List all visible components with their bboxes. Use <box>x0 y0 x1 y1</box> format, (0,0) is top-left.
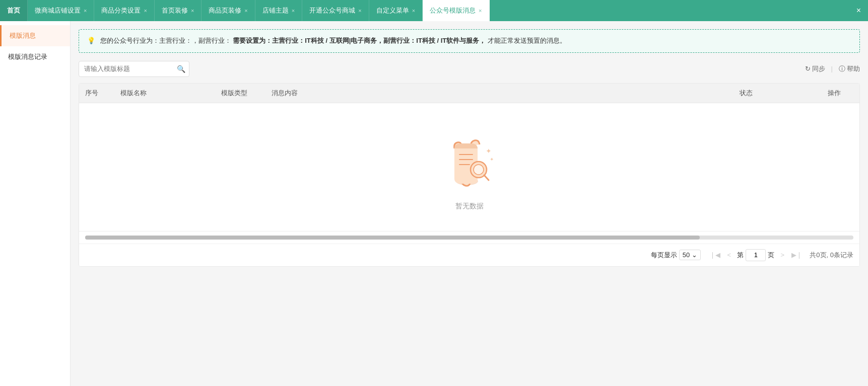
toolbar-right: ↻ 同步 | ⓘ 帮助 <box>805 64 860 73</box>
empty-state: ✦ ✦ 暂无数据 <box>79 103 859 231</box>
nav-tab-custommenu-label: 自定义菜单 <box>376 6 409 15</box>
page-size-value: 50 <box>683 251 690 259</box>
prev-page-button[interactable]: < <box>723 249 735 261</box>
global-close-button[interactable]: × <box>849 6 868 15</box>
nav-tab-openstore-label: 开通公众号商城 <box>309 6 355 15</box>
nav-tab-product-label: 商品页装修 <box>209 6 241 15</box>
empty-icon: ✦ ✦ <box>439 133 500 194</box>
svg-point-5 <box>474 165 484 175</box>
notice-highlight: 需要设置为：主营行业：IT科技 / 互联网|电子商务，副营行业：IT科技 / I… <box>233 37 486 44</box>
empty-text: 暂无数据 <box>455 202 484 211</box>
nav-tab-wshop-close[interactable]: × <box>84 8 87 14</box>
nav-tab-home-label: 首页 <box>7 6 20 15</box>
col-header-action: 操作 <box>809 84 859 103</box>
nav-tab-category[interactable]: 商品分类设置 × <box>94 0 154 21</box>
nav-tab-wshop-label: 微商城店铺设置 <box>35 6 81 15</box>
nav-tab-custommenu[interactable]: 自定义菜单 × <box>369 0 423 21</box>
help-button[interactable]: ⓘ 帮助 <box>839 64 860 73</box>
nav-tab-homepage-close[interactable]: × <box>191 8 194 14</box>
svg-line-6 <box>484 175 489 180</box>
search-input-wrap: 🔍 <box>79 61 189 77</box>
nav-tab-templatemsg[interactable]: 公众号模版消息 × <box>423 0 489 21</box>
sidebar: 模版消息 模版消息记录 <box>0 21 71 386</box>
sidebar-item-template-record-label: 模版消息记录 <box>8 53 47 60</box>
nav-tab-product[interactable]: 商品页装修 × <box>202 0 255 21</box>
nav-tab-templatemsg-close[interactable]: × <box>479 8 482 14</box>
page-size-label: 每页显示 <box>651 251 677 260</box>
notice-suffix: 才能正常发送预置的消息。 <box>488 37 566 44</box>
scroll-bar-area <box>79 231 859 244</box>
page-nav: ❘◀ < 第 页 > ▶❘ <box>709 249 803 261</box>
main-layout: 模版消息 模版消息记录 💡 您的公众号行业为：主营行业：，副营行业： 需要设置为… <box>0 21 868 386</box>
sidebar-item-template-label: 模版消息 <box>10 32 36 39</box>
pagination: 每页显示 50 ⌄ ❘◀ < 第 页 > ▶❘ 共0页, 0条记录 <box>79 244 859 266</box>
nav-tab-homepage[interactable]: 首页装修 × <box>155 0 202 21</box>
nav-tab-custommenu-close[interactable]: × <box>412 8 415 14</box>
page-size-dropdown[interactable]: 50 ⌄ <box>679 250 701 260</box>
nav-tab-category-close[interactable]: × <box>144 8 147 14</box>
nav-tab-templatemsg-label: 公众号模版消息 <box>430 6 476 15</box>
last-page-button[interactable]: ▶❘ <box>790 249 803 261</box>
next-page-button[interactable]: > <box>776 249 788 261</box>
nav-tab-theme[interactable]: 店铺主题 × <box>255 0 302 21</box>
help-icon: ⓘ <box>839 64 845 73</box>
col-header-seq: 序号 <box>79 84 114 103</box>
nav-tab-category-label: 商品分类设置 <box>101 6 141 15</box>
col-header-name: 模版名称 <box>114 84 215 103</box>
nav-tab-openstore[interactable]: 开通公众号商城 × <box>302 0 369 21</box>
data-table: 序号 模版名称 模版类型 消息内容 状态 操作 <box>79 83 860 267</box>
sidebar-item-template[interactable]: 模版消息 <box>0 25 70 46</box>
search-icon[interactable]: 🔍 <box>177 65 185 73</box>
content-area: 💡 您的公众号行业为：主营行业：，副营行业： 需要设置为：主营行业：IT科技 /… <box>71 21 868 386</box>
nav-tab-wshop[interactable]: 微商城店铺设置 × <box>28 0 94 21</box>
nav-tab-openstore-close[interactable]: × <box>358 8 361 14</box>
sync-button[interactable]: ↻ 同步 <box>805 64 825 73</box>
first-page-button[interactable]: ❘◀ <box>709 249 721 261</box>
sync-icon: ↻ <box>805 65 811 72</box>
table-header: 序号 模版名称 模版类型 消息内容 状态 操作 <box>79 84 859 103</box>
sync-label: 同步 <box>812 64 825 73</box>
col-header-status: 状态 <box>733 84 809 103</box>
search-input[interactable] <box>79 61 189 77</box>
total-info: 共0页, 0条记录 <box>810 251 853 260</box>
help-label: 帮助 <box>847 64 860 73</box>
svg-text:✦: ✦ <box>490 157 494 162</box>
page-size-select: 每页显示 50 ⌄ <box>651 250 701 260</box>
nav-tab-homepage-label: 首页装修 <box>162 6 188 15</box>
col-header-content: 消息内容 <box>265 84 733 103</box>
page-suffix: 页 <box>768 251 774 260</box>
sidebar-item-template-record[interactable]: 模版消息记录 <box>0 46 70 67</box>
nav-tab-product-close[interactable]: × <box>244 8 247 14</box>
bulb-icon: 💡 <box>87 37 95 44</box>
nav-tab-theme-label: 店铺主题 <box>262 6 289 15</box>
fake-scrollbar[interactable] <box>85 236 853 240</box>
nav-tab-home[interactable]: 首页 <box>0 0 28 21</box>
top-nav: 首页 微商城店铺设置 × 商品分类设置 × 首页装修 × 商品页装修 × 店铺主… <box>0 0 868 21</box>
scrollbar-thumb <box>85 236 700 240</box>
page-label: 第 <box>737 251 744 260</box>
dropdown-icon: ⌄ <box>692 251 697 259</box>
nav-tab-theme-close[interactable]: × <box>292 8 295 14</box>
notice-box: 💡 您的公众号行业为：主营行业：，副营行业： 需要设置为：主营行业：IT科技 /… <box>79 29 860 53</box>
col-header-type: 模版类型 <box>215 84 265 103</box>
svg-text:✦: ✦ <box>486 147 492 155</box>
notice-prefix: 您的公众号行业为：主营行业：，副营行业： <box>100 37 231 44</box>
page-input[interactable] <box>746 249 766 261</box>
search-bar: 🔍 ↻ 同步 | ⓘ 帮助 <box>79 61 860 77</box>
divider: | <box>831 65 833 72</box>
